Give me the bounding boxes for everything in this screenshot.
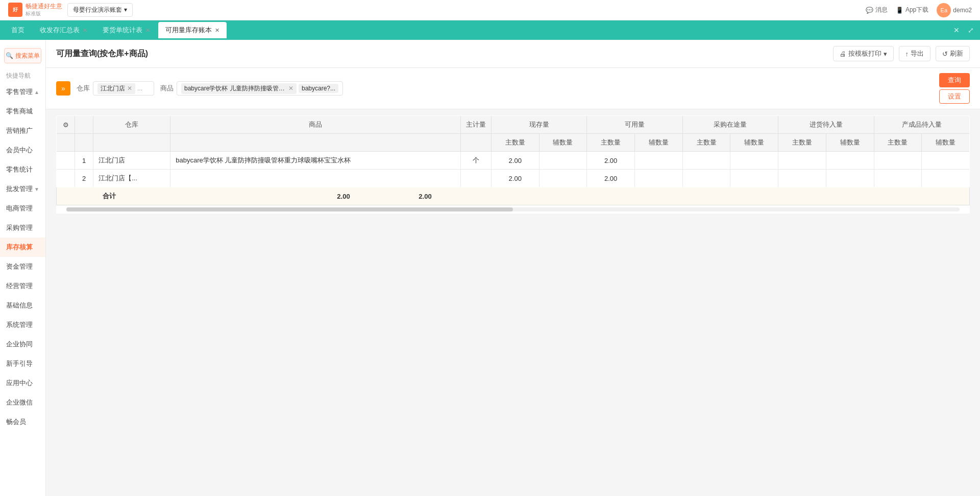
th-warehouse-2 bbox=[93, 134, 170, 152]
sidebar-item-purchase-mgmt[interactable]: 采购管理 bbox=[0, 218, 45, 238]
row-index-1: 2 bbox=[75, 170, 93, 187]
row-product-1 bbox=[170, 170, 461, 187]
sidebar-item-finance-mgmt[interactable]: 资金管理 bbox=[0, 257, 45, 276]
row-stock-aux-0 bbox=[539, 152, 587, 170]
template-print-btn[interactable]: 🖨 按模板打印 ▾ bbox=[833, 46, 894, 61]
sidebar-item-ecommerce-mgmt[interactable]: 电商管理 bbox=[0, 199, 45, 218]
th-index-2 bbox=[75, 134, 93, 152]
tab-available-stock-label: 可用量库存账本 bbox=[165, 26, 212, 35]
row-finished-aux-0 bbox=[922, 152, 970, 170]
tab-order-stats-label: 要货单统计表 bbox=[103, 26, 142, 35]
sidebar-item-wholesale-mgmt[interactable]: 批发管理 bbox=[0, 179, 45, 199]
row-finished-aux-1 bbox=[922, 170, 970, 187]
top-bar-right: 💬 消息 📱 App下载 Ea demo2 bbox=[866, 3, 972, 17]
th-finished-aux: 辅数量 bbox=[922, 134, 970, 152]
refresh-btn[interactable]: ↺ 刷新 bbox=[936, 46, 970, 61]
row-finished-main-0 bbox=[874, 152, 922, 170]
maximize-window-btn[interactable]: ⤢ bbox=[966, 25, 976, 35]
message-icon: 💬 bbox=[866, 7, 873, 14]
row-warehouse-0: 江北门店 bbox=[93, 152, 170, 170]
tab-summary-label: 收发存汇总表 bbox=[40, 26, 80, 35]
sidebar-item-enterprise-wechat[interactable]: 企业微信 bbox=[0, 393, 45, 412]
total-stock-main: 2.00 bbox=[323, 193, 364, 200]
sidebar-item-retail-stats[interactable]: 零售统计 bbox=[0, 160, 45, 179]
close-window-btn[interactable]: ✕ bbox=[951, 25, 962, 35]
user-name: demo2 bbox=[953, 7, 972, 14]
sidebar-item-retail-mall[interactable]: 零售商城 bbox=[0, 102, 45, 121]
chevron-down-icon: ▾ bbox=[884, 50, 887, 58]
page-title: 可用量查询(按仓库+商品) bbox=[56, 49, 148, 59]
warehouse-ellipsis[interactable]: ... bbox=[137, 85, 142, 92]
setting-btn[interactable]: 设置 bbox=[939, 89, 970, 104]
search-menu-button[interactable]: 🔍 搜索菜单 bbox=[4, 48, 41, 63]
industry-selector[interactable]: 母婴行业演示账套 ▾ bbox=[67, 3, 133, 17]
th-current-stock: 现存量 bbox=[491, 116, 586, 134]
sidebar-item-enterprise-collab[interactable]: 企业协同 bbox=[0, 335, 45, 354]
tab-summary[interactable]: 收发存汇总表 ✕ bbox=[33, 22, 94, 38]
sidebar-item-system-mgmt[interactable]: 系统管理 bbox=[0, 315, 45, 335]
tab-order-stats[interactable]: 要货单统计表 ✕ bbox=[95, 22, 157, 38]
warehouse-filter-input[interactable]: 江北门店 ✕ ... bbox=[93, 81, 154, 96]
tab-home[interactable]: 首页 bbox=[4, 22, 32, 38]
th-arrival-main: 主数量 bbox=[778, 134, 826, 152]
row-purchase-main-0 bbox=[682, 152, 730, 170]
message-action[interactable]: 💬 消息 bbox=[866, 6, 888, 14]
th-purchase-main: 主数量 bbox=[682, 134, 730, 152]
row-stock-main-1: 2.00 bbox=[491, 170, 539, 187]
row-purchase-main-1 bbox=[682, 170, 730, 187]
page-actions: 🖨 按模板打印 ▾ ↑ 导出 ↺ 刷新 bbox=[833, 46, 970, 61]
sidebar: 🔍 搜索菜单 快捷导航 零售管理 零售商城 营销推广 会员中心 零售统计 批发管… bbox=[0, 40, 46, 496]
page-header: 可用量查询(按仓库+商品) 🖨 按模板打印 ▾ ↑ 导出 ↺ 刷新 bbox=[46, 40, 980, 68]
tab-available-stock-close[interactable]: ✕ bbox=[215, 27, 219, 34]
sidebar-item-retail-mgmt[interactable]: 零售管理 bbox=[0, 82, 45, 102]
sidebar-item-operation-mgmt[interactable]: 经营管理 bbox=[0, 276, 45, 296]
export-icon: ↑ bbox=[905, 50, 909, 58]
avatar: Ea bbox=[937, 3, 951, 17]
th-stock-main: 主数量 bbox=[491, 134, 539, 152]
scrollbar-thumb[interactable] bbox=[66, 207, 513, 211]
brand-sub: 标准版 bbox=[26, 10, 62, 17]
warehouse-tag-close[interactable]: ✕ bbox=[127, 85, 132, 92]
query-btn[interactable]: 查询 bbox=[939, 73, 970, 87]
row-arrival-main-0 bbox=[778, 152, 826, 170]
nav-tabs-right: ✕ ⤢ bbox=[951, 25, 976, 35]
th-finished-main: 主数量 bbox=[874, 134, 922, 152]
product-tag-2: babycare?... bbox=[299, 84, 338, 93]
sidebar-item-app-center[interactable]: 应用中心 bbox=[0, 373, 45, 393]
sidebar-item-inventory-check[interactable]: 库存核算 bbox=[0, 238, 45, 257]
row-purchase-aux-0 bbox=[730, 152, 778, 170]
product-filter-input[interactable]: babycare学饮杯 儿童防摔防撞吸管杯重力球吸嘴杯宝宝水杯 ✕ babyca… bbox=[177, 81, 343, 96]
filter-toggle-btn[interactable]: » bbox=[56, 81, 70, 96]
scrollbar-track[interactable] bbox=[66, 207, 960, 211]
export-btn[interactable]: ↑ 导出 bbox=[899, 46, 931, 61]
sidebar-item-marketing[interactable]: 营销推广 bbox=[0, 121, 45, 140]
app-download-label: App下载 bbox=[905, 6, 928, 14]
row-avail-main-0: 2.00 bbox=[587, 152, 635, 170]
table-area: ⚙ 仓库 商品 主计量 现存量 可用量 采购在途量 进货待入量 产成品待入量 bbox=[46, 109, 980, 220]
product-tag-1-value: babycare学饮杯 儿童防摔防撞吸管杯重力球吸嘴杯宝宝水杯 bbox=[184, 84, 286, 93]
row-product-0: babycare学饮杯 儿童防摔防撞吸管杯重力球吸嘴杯宝宝水杯 bbox=[170, 152, 461, 170]
row-arrival-aux-1 bbox=[826, 170, 874, 187]
search-menu-label: 搜索菜单 bbox=[15, 52, 40, 60]
tab-order-stats-close[interactable]: ✕ bbox=[145, 27, 150, 34]
sidebar-item-new-guide[interactable]: 新手引导 bbox=[0, 354, 45, 373]
tab-available-stock[interactable]: 可用量库存账本 ✕ bbox=[158, 22, 227, 38]
top-bar-left: 好 畅捷通好生意 标准版 母婴行业演示账套 ▾ bbox=[8, 3, 133, 17]
warehouse-filter-field: 仓库 江北门店 ✕ ... bbox=[77, 81, 154, 96]
user-action[interactable]: Ea demo2 bbox=[937, 3, 972, 17]
filter-bar: » 仓库 江北门店 ✕ ... 商品 babycare学饮杯 儿童防摔防撞吸管杯… bbox=[46, 68, 980, 109]
row-purchase-aux-1 bbox=[730, 170, 778, 187]
expand-icon: » bbox=[61, 84, 65, 92]
brand: 好 畅捷通好生意 标准版 bbox=[8, 3, 62, 17]
row-gear-1 bbox=[57, 170, 75, 187]
sidebar-item-member-center[interactable]: 会员中心 bbox=[0, 140, 45, 160]
app-download-action[interactable]: 📱 App下载 bbox=[896, 6, 928, 14]
scrollbar-area bbox=[56, 205, 970, 214]
tab-summary-close[interactable]: ✕ bbox=[83, 27, 87, 34]
product-tag-1-close[interactable]: ✕ bbox=[288, 85, 293, 92]
th-gear[interactable]: ⚙ bbox=[57, 116, 75, 134]
sidebar-item-basic-info[interactable]: 基础信息 bbox=[0, 296, 45, 315]
row-warehouse-1: 江北门店【... bbox=[93, 170, 170, 187]
export-label: 导出 bbox=[911, 49, 924, 58]
sidebar-item-member-club[interactable]: 畅会员 bbox=[0, 412, 45, 432]
